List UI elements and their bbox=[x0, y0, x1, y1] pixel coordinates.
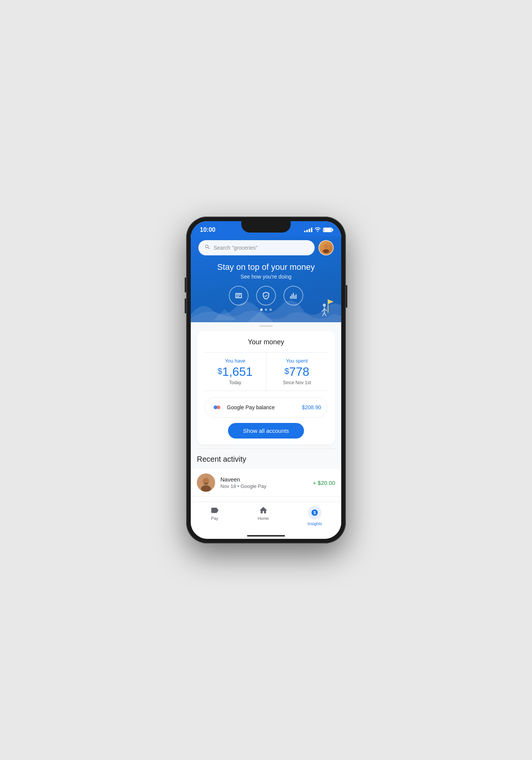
gpay-amount: $208.90 bbox=[302, 404, 321, 410]
search-icon bbox=[204, 244, 211, 252]
naveen-info: Naveen Nov 18 • Google Pay bbox=[220, 476, 307, 489]
wifi-icon bbox=[315, 227, 321, 233]
gpay-left: Google Pay balance bbox=[211, 401, 275, 413]
dollar-sign-have: $ bbox=[218, 367, 222, 376]
you-spent-label: You spent bbox=[270, 358, 324, 364]
show-accounts-button-wrapper: Show all accounts bbox=[204, 423, 328, 439]
home-icon bbox=[259, 506, 268, 515]
home-bar bbox=[247, 535, 285, 537]
search-row: Search "groceries" bbox=[198, 240, 334, 255]
you-spent-column: You spent $778 Since Nov 1st bbox=[266, 353, 328, 391]
nav-insights[interactable]: $ Insights bbox=[307, 506, 322, 526]
you-have-label: You have bbox=[208, 358, 262, 364]
vol-up-button bbox=[185, 277, 186, 293]
you-spent-period: Since Nov 1st bbox=[270, 380, 324, 385]
recent-activity-title: Recent activity bbox=[197, 455, 335, 464]
money-split-row: You have $1,651 Today You spent $778 Sin… bbox=[204, 352, 328, 391]
gpay-icon bbox=[211, 401, 223, 413]
activity-item-naveen[interactable]: Naveen Nov 18 • Google Pay + $20.00 bbox=[191, 469, 341, 497]
you-have-column: You have $1,651 Today bbox=[204, 353, 266, 391]
you-have-period: Today bbox=[208, 380, 262, 385]
home-indicator bbox=[191, 534, 341, 539]
content-area[interactable]: Your money You have $1,651 Today You spe… bbox=[191, 322, 341, 502]
search-bar[interactable]: Search "groceries" bbox=[198, 240, 315, 255]
money-section-title: Your money bbox=[204, 338, 328, 346]
svg-text:$: $ bbox=[314, 510, 316, 515]
pay-icon bbox=[210, 506, 219, 515]
naveen-avatar bbox=[197, 473, 215, 492]
naveen-name: Naveen bbox=[220, 476, 307, 483]
nav-pay[interactable]: Pay bbox=[210, 506, 219, 526]
svg-point-2 bbox=[324, 244, 328, 248]
signal-icon bbox=[304, 228, 312, 232]
nav-pay-label: Pay bbox=[211, 516, 218, 521]
hero-title: Stay on top of your money bbox=[198, 262, 334, 272]
status-icons bbox=[304, 227, 332, 233]
you-have-amount: $1,651 bbox=[208, 365, 262, 378]
bottom-navigation: Pay Home $ Insights bbox=[191, 502, 341, 534]
dollar-sign-spent: $ bbox=[284, 367, 289, 376]
show-all-accounts-button[interactable]: Show all accounts bbox=[228, 423, 304, 439]
gpay-balance-row[interactable]: Google Pay balance $208.90 bbox=[204, 397, 328, 418]
nav-home-label: Home bbox=[258, 516, 269, 521]
money-section: Your money You have $1,651 Today You spe… bbox=[197, 331, 335, 445]
gpay-label: Google Pay balance bbox=[227, 404, 275, 410]
activity-item-target[interactable]: Target Oct 29 $312.70 bbox=[191, 497, 341, 502]
status-bar: 10:00 bbox=[191, 221, 341, 236]
nav-insights-label: Insights bbox=[307, 521, 322, 526]
insights-active-indicator: $ bbox=[308, 506, 321, 519]
user-avatar[interactable] bbox=[318, 240, 334, 255]
svg-point-1 bbox=[323, 249, 329, 253]
status-time: 10:00 bbox=[200, 226, 215, 233]
search-placeholder-text: Search "groceries" bbox=[214, 245, 258, 251]
recent-activity-section: Recent activity bbox=[191, 449, 341, 464]
phone-screen: 10:00 bbox=[191, 221, 341, 539]
svg-point-20 bbox=[204, 483, 208, 485]
insights-icon: $ bbox=[311, 509, 318, 516]
blue-header: Search "groceries" Stay on top of you bbox=[191, 236, 341, 322]
notch-cutout bbox=[241, 221, 291, 233]
pull-bar bbox=[191, 322, 341, 327]
svg-marker-10 bbox=[328, 299, 334, 304]
svg-point-3 bbox=[323, 304, 326, 307]
hero-subtitle: See how you're doing bbox=[198, 274, 334, 280]
you-spent-amount: $778 bbox=[270, 365, 324, 378]
nav-home[interactable]: Home bbox=[258, 506, 269, 526]
power-button bbox=[346, 285, 347, 308]
naveen-date: Nov 18 • Google Pay bbox=[220, 483, 307, 489]
avatar-image bbox=[319, 241, 333, 255]
vol-down-button bbox=[185, 298, 186, 314]
header-illustration bbox=[191, 292, 341, 322]
pull-indicator bbox=[259, 325, 273, 327]
naveen-amount: + $20.00 bbox=[313, 480, 335, 486]
hero-section: Stay on top of your money See how you're… bbox=[198, 262, 334, 280]
battery-icon bbox=[323, 228, 332, 232]
phone-frame: 10:00 bbox=[186, 217, 346, 543]
